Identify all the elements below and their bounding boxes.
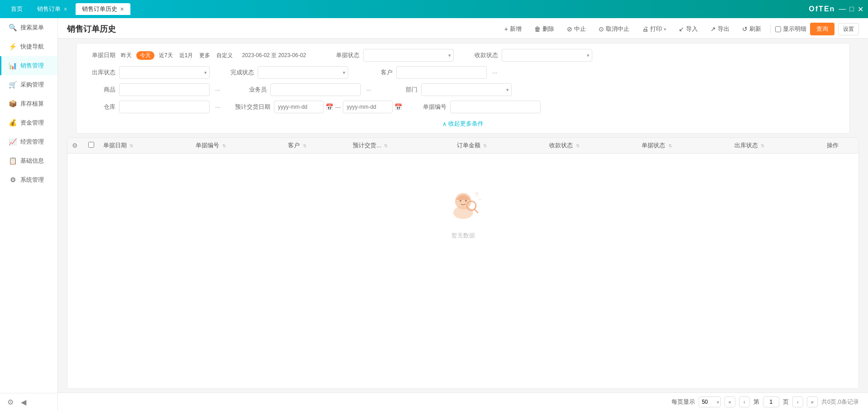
payment-status-label: 收款状态 — [466, 51, 498, 59]
date-range-display: 2023-06-02 至 2023-06-02 — [242, 52, 306, 59]
order-no-input[interactable] — [450, 101, 541, 113]
delivery-date-end[interactable] — [343, 101, 393, 113]
sidebar-collapse-icon[interactable]: ◀ — [21, 398, 26, 406]
delivery-date-start[interactable] — [274, 101, 324, 113]
page-size-select[interactable]: 50 20 100 — [699, 396, 721, 407]
filter-section-wrap: 单据日期 昨天 今天 近7天 近1月 更多 自定义 2023-06-02 至 2… — [58, 39, 868, 134]
delivery-date-range: 📅 — 📅 — [274, 101, 402, 113]
svg-point-3 — [465, 200, 467, 202]
date-1month[interactable]: 近1月 — [177, 51, 195, 60]
customer-more-btn[interactable]: ··· — [490, 69, 499, 76]
top-bar-right: OfTEn — □ ✕ — [809, 5, 863, 14]
salesperson-more-btn[interactable]: ··· — [364, 86, 374, 93]
export-button[interactable]: ↗ 导出 — [706, 23, 734, 35]
box-icon: 📦 — [9, 100, 17, 108]
goods-more-btn[interactable]: ··· — [213, 86, 222, 93]
sort-order-status-icon[interactable]: ⇅ — [668, 143, 672, 148]
date-yesterday[interactable]: 昨天 — [119, 51, 134, 60]
delivery-status-select[interactable] — [119, 66, 210, 79]
page-title: 销售订单历史 — [67, 24, 116, 34]
data-table-wrap: ⚙ 单据日期 ⇅ 单据编号 ⇅ — [67, 137, 859, 389]
window-minimize[interactable]: — — [839, 5, 846, 13]
customer-input[interactable] — [396, 66, 487, 79]
sidebar-item-search[interactable]: 🔍 搜索菜单 — [0, 18, 58, 37]
goods-label: 商品 — [84, 86, 115, 94]
col-delivery-status: 出库状态 ⇅ — [730, 138, 822, 154]
date-more[interactable]: 更多 — [197, 51, 212, 60]
select-all-checkbox[interactable] — [88, 142, 94, 148]
sidebar-item-finance[interactable]: 💰 资金管理 — [0, 113, 58, 132]
gear-icon: ⚙ — [9, 176, 17, 184]
calendar-end-icon[interactable]: 📅 — [394, 103, 402, 111]
order-status-select[interactable] — [363, 49, 454, 62]
stop-button[interactable]: ⊘ 中止 — [562, 23, 590, 35]
window-close[interactable]: ✕ — [858, 5, 863, 14]
sidebar-item-operations[interactable]: 📈 经营管理 — [0, 132, 58, 151]
complete-status-select-wrap: ▾ — [258, 66, 348, 79]
sort-customer-icon[interactable]: ⇅ — [303, 143, 307, 148]
svg-text:~: ~ — [478, 196, 482, 203]
first-page-btn[interactable]: « — [724, 396, 735, 407]
sort-amount-icon[interactable]: ⇅ — [483, 143, 487, 148]
tab-sales-order[interactable]: 销售订单 ✕ — [31, 3, 74, 15]
sort-no-icon[interactable]: ⇅ — [222, 143, 226, 148]
collapse-btn[interactable]: ∧ 收起更多条件 — [84, 118, 842, 128]
print-button[interactable]: 🖨 打印 ▾ — [638, 23, 671, 35]
next-page-btn[interactable]: › — [792, 396, 803, 407]
salesperson-input[interactable] — [270, 83, 361, 96]
sidebar: 🔍 搜索菜单 ⚡ 快捷导航 📊 销售管理 🛒 采购管理 📦 库存核算 💰 资金管… — [0, 18, 58, 411]
cancel-stop-button[interactable]: ⊙ 取消中止 — [594, 23, 634, 35]
print-dropdown-icon: ▾ — [664, 27, 666, 32]
payment-status-select[interactable] — [502, 49, 592, 62]
prev-page-btn[interactable]: ‹ — [739, 396, 750, 407]
pagination-bar: 每页显示 50 20 100 ▾ « ‹ 第 页 › » 共0页,0条记录 — [58, 392, 868, 411]
refresh-icon: ↺ — [742, 25, 748, 33]
collapse-up-icon: ∧ — [442, 121, 447, 127]
salesperson-label: 业务员 — [235, 86, 267, 94]
sidebar-settings-icon[interactable]: ⚙ — [7, 398, 14, 406]
display-detail-toggle[interactable]: 显示明细 — [775, 25, 806, 33]
add-button[interactable]: + 新增 — [500, 23, 526, 35]
sidebar-item-system[interactable]: ⚙ 系统管理 — [0, 170, 58, 189]
delete-button[interactable]: 🗑 删除 — [530, 23, 559, 35]
sort-delivery-icon[interactable]: ⇅ — [384, 143, 388, 148]
sidebar-item-base-info[interactable]: 📋 基础信息 — [0, 151, 58, 170]
date-7days[interactable]: 近7天 — [157, 51, 175, 60]
complete-status-select[interactable] — [258, 66, 348, 79]
main-layout: 🔍 搜索菜单 ⚡ 快捷导航 📊 销售管理 🛒 采购管理 📦 库存核算 💰 资金管… — [0, 18, 868, 411]
last-page-btn[interactable]: » — [807, 396, 818, 407]
col-order-date: 单据日期 ⇅ — [99, 138, 191, 154]
tab-sales-order-close[interactable]: ✕ — [63, 6, 67, 12]
tab-sales-order-history-close[interactable]: ✕ — [120, 6, 124, 12]
page-number-input[interactable] — [763, 396, 779, 407]
stop-icon: ⊘ — [567, 25, 572, 33]
table-settings-icon[interactable]: ⚙ — [72, 142, 78, 149]
sidebar-item-sales[interactable]: 📊 销售管理 — [0, 56, 58, 75]
order-status-select-wrap: ▾ — [363, 49, 454, 62]
import-button[interactable]: ↙ 导入 — [674, 23, 702, 35]
order-no-label: 单据编号 — [415, 103, 446, 111]
department-select[interactable] — [421, 83, 512, 96]
warehouse-more-btn[interactable]: ··· — [213, 103, 222, 111]
warehouse-input[interactable] — [119, 101, 210, 113]
settings-button[interactable]: 设置 — [838, 23, 859, 35]
date-today[interactable]: 今天 — [136, 51, 154, 60]
sidebar-item-inventory[interactable]: 📦 库存核算 — [0, 94, 58, 113]
filter-section: 单据日期 昨天 今天 近7天 近1月 更多 自定义 2023-06-02 至 2… — [76, 43, 850, 134]
sort-delivery-status-icon[interactable]: ⇅ — [761, 143, 764, 148]
tab-sales-order-history[interactable]: 销售订单历史 ✕ — [76, 3, 130, 15]
sidebar-item-quick-nav[interactable]: ⚡ 快捷导航 — [0, 37, 58, 56]
goods-input[interactable] — [119, 83, 210, 96]
display-detail-checkbox[interactable] — [775, 26, 781, 32]
date-custom[interactable]: 自定义 — [215, 51, 235, 60]
calendar-start-icon[interactable]: 📅 — [326, 103, 333, 111]
sort-date-icon[interactable]: ⇅ — [129, 143, 133, 148]
empty-row: ? ~ 暂无数据 — [67, 154, 858, 267]
query-button[interactable]: 查询 — [810, 23, 834, 35]
sidebar-item-purchase[interactable]: 🛒 采购管理 — [0, 75, 58, 94]
sort-payment-icon[interactable]: ⇅ — [576, 143, 580, 148]
import-icon: ↙ — [679, 25, 684, 33]
window-maximize[interactable]: □ — [849, 5, 854, 13]
refresh-button[interactable]: ↺ 刷新 — [738, 23, 766, 35]
tab-home[interactable]: 首页 — [5, 3, 29, 15]
